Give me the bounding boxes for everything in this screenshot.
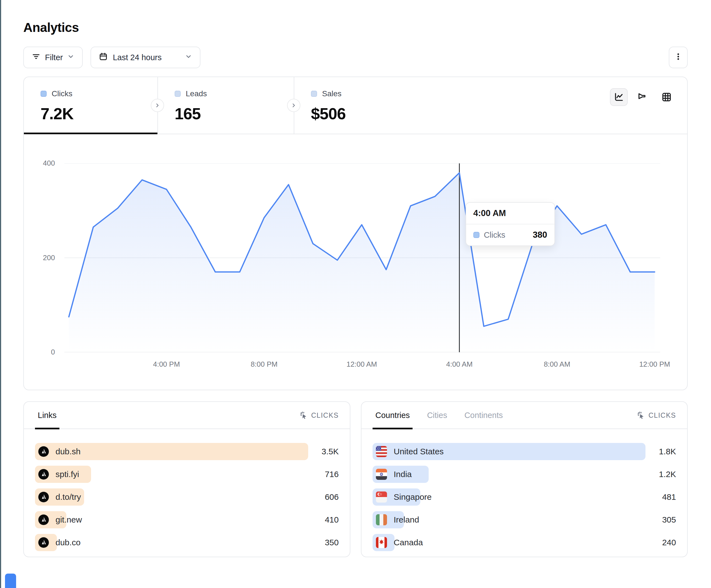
bar-track: Ireland xyxy=(372,511,645,528)
row-value: 1.8K xyxy=(645,447,676,456)
filter-button-label: Filter xyxy=(45,53,63,62)
geo-panel: Countries Cities Continents CLICKS Unite… xyxy=(361,401,688,557)
tab-countries[interactable]: Countries xyxy=(372,402,413,429)
bar-track: dub.co xyxy=(35,534,308,551)
tooltip-series-name: Clicks xyxy=(484,230,505,240)
cursor-click-icon xyxy=(637,411,645,420)
link-row[interactable]: d.to/try606 xyxy=(35,489,339,506)
links-sort-by-clicks[interactable]: CLICKS xyxy=(300,411,339,420)
dub-logo-icon xyxy=(38,515,49,525)
date-range-button[interactable]: Last 24 hours xyxy=(90,47,200,68)
chart-view-switcher xyxy=(610,88,675,106)
cursor-click-icon xyxy=(300,411,308,420)
x-tick-label: 4:00 AM xyxy=(446,360,473,369)
dub-logo-icon xyxy=(38,537,49,548)
links-tab-label: Links xyxy=(38,411,57,420)
sort-metric-label: CLICKS xyxy=(649,411,676,420)
page-title: Analytics xyxy=(23,20,688,35)
bar-track: spti.fyi xyxy=(35,466,308,483)
bar-track: git.new xyxy=(35,511,308,528)
cities-tab-label: Cities xyxy=(427,411,447,420)
y-tick-label: 0 xyxy=(31,348,55,356)
expand-sales-button[interactable] xyxy=(287,99,300,112)
country-row[interactable]: Singapore481 xyxy=(372,489,676,506)
clicks-chart[interactable]: 0200400 4:00 AM Clicks 380 xyxy=(64,163,660,352)
row-value: 3.5K xyxy=(308,447,339,456)
funnel-view-button[interactable] xyxy=(634,88,652,106)
sg-flag-icon xyxy=(376,492,387,502)
link-row[interactable]: spti.fyi716 xyxy=(35,466,339,483)
tab-cities[interactable]: Cities xyxy=(424,402,450,429)
dub-logo-icon xyxy=(38,492,49,502)
x-tick-label: 8:00 AM xyxy=(544,360,570,369)
x-axis-labels: 4:00 PM8:00 PM12:00 AM4:00 AM8:00 AM12:0… xyxy=(64,352,660,390)
chevron-right-icon xyxy=(154,103,160,109)
geo-sort-by-clicks[interactable]: CLICKS xyxy=(637,411,676,420)
dub-logo-icon xyxy=(38,469,49,479)
row-value: 350 xyxy=(308,538,339,547)
row-value: 1.2K xyxy=(645,470,676,479)
chevron-down-icon xyxy=(185,53,192,62)
toolbar: Filter Last 24 hours xyxy=(23,47,688,68)
row-value: 410 xyxy=(308,515,339,524)
x-tick-label: 12:00 AM xyxy=(346,360,377,369)
continents-tab-label: Continents xyxy=(465,411,503,420)
row-label: United States xyxy=(394,447,444,456)
x-tick-label: 8:00 PM xyxy=(251,360,278,369)
link-row[interactable]: dub.sh3.5K xyxy=(35,443,339,460)
row-label: Canada xyxy=(394,538,423,547)
bar-track: India xyxy=(372,466,645,483)
chevron-down-icon xyxy=(67,53,74,62)
x-tick-label: 4:00 PM xyxy=(153,360,180,369)
row-label: spti.fyi xyxy=(56,470,79,479)
country-row[interactable]: India1.2K xyxy=(372,466,676,483)
tab-links[interactable]: Links xyxy=(35,402,59,429)
row-label: git.new xyxy=(56,515,82,524)
tab-continents[interactable]: Continents xyxy=(462,402,506,429)
calendar-icon xyxy=(99,52,108,63)
row-label: d.to/try xyxy=(56,492,81,502)
tooltip-series-chip xyxy=(473,232,479,238)
sort-metric-label: CLICKS xyxy=(311,411,339,420)
more-options-button[interactable] xyxy=(669,47,688,68)
country-row[interactable]: United States1.8K xyxy=(372,443,676,460)
kebab-menu-icon xyxy=(674,52,683,63)
bar-track: Singapore xyxy=(372,489,645,506)
y-tick-label: 400 xyxy=(31,159,55,167)
links-panel: Links CLICKS dub.sh3.5Kspti.fyi716d.to/t… xyxy=(23,401,350,557)
row-label: Ireland xyxy=(394,515,419,524)
countries-tab-label: Countries xyxy=(375,411,410,420)
tab-leads[interactable]: Leads 165 xyxy=(157,77,294,134)
metric-label: Sales xyxy=(322,89,342,98)
y-tick-label: 200 xyxy=(31,253,55,262)
row-value: 606 xyxy=(308,492,339,502)
filter-button[interactable]: Filter xyxy=(23,47,83,68)
metric-label: Clicks xyxy=(52,89,72,98)
filter-icon xyxy=(31,52,41,63)
link-row[interactable]: dub.co350 xyxy=(35,534,339,551)
line-chart-view-button[interactable] xyxy=(610,88,628,106)
link-row[interactable]: git.new410 xyxy=(35,511,339,528)
chat-widget-button[interactable] xyxy=(5,573,16,588)
sales-legend-chip xyxy=(311,91,317,97)
row-label: dub.co xyxy=(56,538,81,547)
metric-value: $506 xyxy=(311,104,687,123)
row-value: 240 xyxy=(645,538,676,547)
grid-icon xyxy=(661,92,672,103)
line-chart-icon xyxy=(613,92,624,103)
bar-track: Canada xyxy=(372,534,645,551)
tooltip-series-value: 380 xyxy=(533,230,547,240)
analytics-card: Clicks 7.2K Leads 165 Sales $506 xyxy=(23,76,688,390)
table-view-button[interactable] xyxy=(658,88,675,106)
analytics-page: Analytics Filter Last 24 hours xyxy=(0,0,711,557)
expand-leads-button[interactable] xyxy=(151,99,164,112)
us-flag-icon xyxy=(376,446,387,457)
in-flag-icon xyxy=(376,469,387,480)
tab-clicks[interactable]: Clicks 7.2K xyxy=(24,77,157,134)
country-row[interactable]: Canada240 xyxy=(372,534,676,551)
tooltip-time: 4:00 AM xyxy=(466,203,555,224)
metric-value: 7.2K xyxy=(41,104,157,123)
metric-label: Leads xyxy=(186,89,207,98)
country-row[interactable]: Ireland305 xyxy=(372,511,676,528)
row-label: Singapore xyxy=(394,492,432,502)
